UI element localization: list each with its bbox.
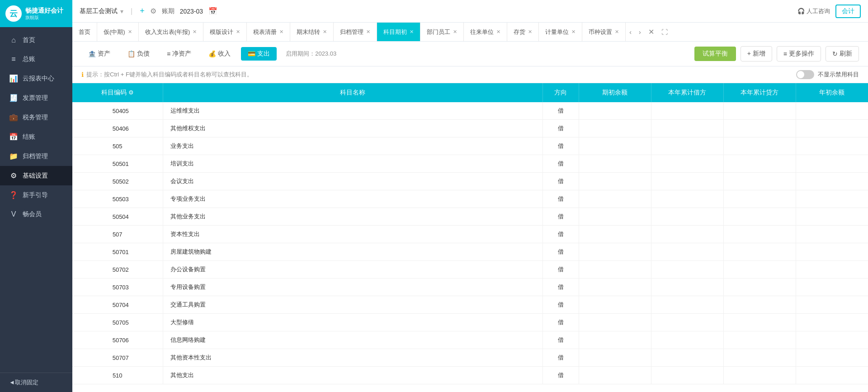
- tab-mid-close[interactable]: ✕: [128, 29, 132, 35]
- sidebar-collapse-btn[interactable]: ◄取消固定: [0, 373, 72, 392]
- cell-balance: [579, 155, 651, 173]
- cell-name: 其他业务支出: [163, 208, 542, 226]
- tab-department-label: 部门员工: [427, 28, 450, 36]
- tab-inventory-close[interactable]: ✕: [528, 29, 532, 35]
- toggle-group: 不显示禁用科目: [796, 70, 859, 79]
- table-row[interactable]: 50707 其他资本性支出 借: [72, 349, 868, 367]
- tab-subject-period[interactable]: 科目期初 ✕: [377, 23, 420, 42]
- cell-credit-ytd: [723, 155, 796, 173]
- cell-balance: [579, 226, 651, 243]
- table-row[interactable]: 510 其他支出 借: [72, 367, 868, 384]
- cell-balance: [579, 331, 651, 349]
- tab-partners-close[interactable]: ✕: [496, 29, 500, 35]
- cell-credit-ytd: [723, 261, 796, 279]
- add-button[interactable]: + 新增: [741, 46, 772, 61]
- table-row[interactable]: 50502 会议支出 借: [72, 173, 868, 190]
- sidebar-item-basic[interactable]: ⚙ 基础设置: [0, 166, 72, 185]
- cell-name: 其他维权支出: [163, 120, 542, 137]
- tab-income-annual[interactable]: 收入支出表(年报) ✕: [139, 23, 204, 42]
- table-row[interactable]: 50703 专用设备购置 借: [72, 279, 868, 296]
- tabs-expand-btn[interactable]: ⛶: [658, 28, 671, 36]
- tab-archive[interactable]: 归档管理 ✕: [334, 23, 377, 42]
- filter-liability[interactable]: 📋 负债: [121, 47, 156, 61]
- table-row[interactable]: 50406 其他维权支出 借: [72, 120, 868, 137]
- tab-tax-close[interactable]: ✕: [279, 29, 283, 35]
- cell-credit-ytd: [723, 279, 796, 296]
- tab-inventory[interactable]: 存货 ✕: [507, 23, 539, 42]
- add-company-btn[interactable]: +: [140, 6, 145, 16]
- tab-template-label: 模版设计: [210, 28, 233, 36]
- table-row[interactable]: 50704 交通工具购置 借: [72, 296, 868, 314]
- cell-credit-ytd: [723, 137, 796, 155]
- company-selector[interactable]: 基层工会测试 ▾: [80, 7, 123, 15]
- calendar-icon[interactable]: 📅: [208, 7, 217, 15]
- refresh-icon: ↻: [832, 50, 838, 57]
- tab-income-annual-close[interactable]: ✕: [193, 29, 197, 35]
- tab-currency-close[interactable]: ✕: [615, 29, 619, 35]
- account-button[interactable]: 会计: [835, 5, 861, 18]
- more-button[interactable]: ≡ 更多操作: [777, 46, 821, 61]
- tab-currency[interactable]: 币种设置 ✕: [582, 23, 626, 42]
- cell-balance: [579, 314, 651, 331]
- sidebar-item-ledger[interactable]: ≡ 总账: [0, 50, 72, 69]
- tab-mid[interactable]: 仮(中期) ✕: [97, 23, 139, 42]
- cell-debit-ytd: [651, 137, 723, 155]
- tabs-prev-btn[interactable]: ‹: [626, 28, 635, 36]
- tab-template[interactable]: 模版设计 ✕: [203, 23, 247, 42]
- table-row[interactable]: 50701 房屋建筑物购建 借: [72, 243, 868, 261]
- cell-debit-ytd: [651, 331, 723, 349]
- sidebar-item-archive[interactable]: 📁 归档管理: [0, 146, 72, 166]
- tab-template-close[interactable]: ✕: [236, 29, 240, 35]
- tip-message: 提示：按Ctrl + F键并输入科目编码或者科目名称可以查找科目。: [86, 71, 253, 79]
- table-row[interactable]: 50503 专项业务支出 借: [72, 190, 868, 208]
- tab-department-close[interactable]: ✕: [453, 29, 457, 35]
- refresh-button[interactable]: ↻ 刷新: [826, 46, 859, 61]
- customer-service-btn[interactable]: 🎧 人工咨询: [797, 7, 830, 15]
- filter-expense[interactable]: 💳 支出: [241, 47, 277, 61]
- tab-period-end[interactable]: 期末结转 ✕: [290, 23, 334, 42]
- table-row[interactable]: 507 资本性支出 借: [72, 226, 868, 243]
- guide-icon: ❓: [9, 191, 18, 199]
- table-row[interactable]: 50706 信息网络购建 借: [72, 331, 868, 349]
- filter-asset[interactable]: 🏦 资产: [81, 47, 117, 61]
- cell-direction: 借: [542, 279, 579, 296]
- table-row[interactable]: 50705 大型修缮 借: [72, 314, 868, 331]
- table-row[interactable]: 50504 其他业务支出 借: [72, 208, 868, 226]
- tab-unit[interactable]: 计量单位 ✕: [539, 23, 582, 42]
- sidebar-item-invoice[interactable]: 🧾 发票管理: [0, 88, 72, 108]
- sidebar-item-report[interactable]: 📊 云报表中心: [0, 69, 72, 88]
- sidebar-item-member[interactable]: V 畅会员: [0, 205, 72, 224]
- tabs-next-btn[interactable]: ›: [635, 28, 645, 36]
- sidebar-item-tax[interactable]: 💼 税务管理: [0, 108, 72, 127]
- tab-period-end-close[interactable]: ✕: [323, 29, 327, 35]
- equity-icon: ≡: [167, 50, 170, 57]
- tab-tax[interactable]: 税表清册 ✕: [247, 23, 290, 42]
- tab-unit-close[interactable]: ✕: [571, 29, 576, 35]
- balance-button[interactable]: 试算平衡: [694, 47, 736, 61]
- tab-income-annual-label: 收入支出表(年报): [145, 28, 190, 36]
- toggle-disabled-subjects[interactable]: [796, 70, 814, 79]
- table-row[interactable]: 50702 办公设备购置 借: [72, 261, 868, 279]
- sidebar-item-home[interactable]: ⌂ 首页: [0, 31, 72, 50]
- tab-home[interactable]: 首页: [72, 23, 97, 42]
- tab-archive-close[interactable]: ✕: [366, 29, 370, 35]
- tab-partners[interactable]: 往来单位 ✕: [464, 23, 507, 42]
- expense-icon: 💳: [248, 50, 255, 57]
- sidebar-item-guide[interactable]: ❓ 新手引导: [0, 185, 72, 205]
- filter-equity[interactable]: ≡ 净资产: [160, 47, 198, 61]
- table-row[interactable]: 505 业务支出 借: [72, 137, 868, 155]
- filter-income[interactable]: 💰 收入: [202, 47, 237, 61]
- topbar: 基层工会测试 ▾ | + ⚙ 账期 2023-03 📅 🎧 人工咨询 会计: [72, 0, 868, 23]
- cell-credit-ytd: [723, 173, 796, 190]
- tab-department[interactable]: 部门员工 ✕: [420, 23, 464, 42]
- table-row[interactable]: 50405 运维维支出 借: [72, 102, 868, 120]
- tab-partners-label: 往来单位: [470, 28, 494, 36]
- cell-credit-ytd: [723, 243, 796, 261]
- tabs-close-all-btn[interactable]: ✕: [645, 28, 658, 36]
- table-row[interactable]: 50501 培训支出 借: [72, 155, 868, 173]
- sidebar-item-settle[interactable]: 📅 结账: [0, 127, 72, 146]
- cell-code: 50703: [72, 279, 163, 296]
- settings-icon[interactable]: ⚙: [150, 7, 156, 15]
- tab-subject-period-close[interactable]: ✕: [410, 29, 414, 35]
- col-settings-icon[interactable]: ⚙: [128, 89, 134, 96]
